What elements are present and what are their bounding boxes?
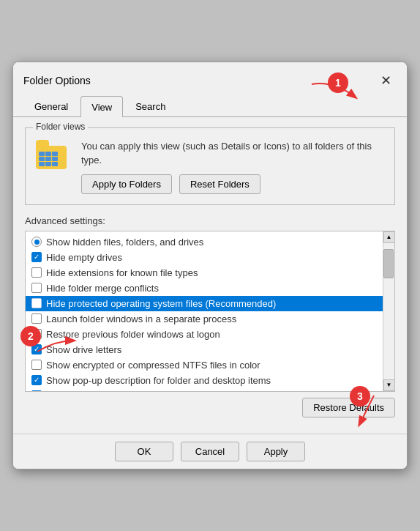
checkbox-show-popup[interactable] <box>31 375 42 385</box>
checkbox-show-drive-letters[interactable] <box>31 344 42 354</box>
grid-cell <box>52 162 58 166</box>
setting-item[interactable]: Hide folder merge conflicts <box>26 281 383 296</box>
setting-text: Show encrypted or compressed NTFS files … <box>46 360 260 371</box>
radio-show-hidden[interactable] <box>31 237 42 247</box>
setting-text: Show pop-up description for folder and d… <box>46 375 271 386</box>
title-bar: Folder Options ✕ <box>13 62 407 92</box>
grid-cell <box>52 157 58 161</box>
tab-bar: General View Search <box>13 92 407 117</box>
tab-view[interactable]: View <box>80 96 123 117</box>
folder-views-group: Folder views <box>25 127 395 204</box>
restore-defaults-button[interactable]: Restore Defaults <box>302 398 395 417</box>
setting-item[interactable]: Show encrypted or compressed NTFS files … <box>26 357 383 373</box>
scrollbar-thumb-area <box>383 243 394 379</box>
folder-views-buttons: Apply to Folders Reset Folders <box>81 174 384 194</box>
setting-item[interactable]: Hide extensions for known file types <box>26 265 383 281</box>
folder-icon-tab <box>36 140 49 146</box>
grid-cell <box>39 157 45 161</box>
checkbox-show-encrypted[interactable] <box>31 360 42 370</box>
restore-defaults-row: Restore Defaults <box>25 398 395 417</box>
folder-views-label: Folder views <box>33 122 88 132</box>
folder-views-text: You can apply this view (such as Details… <box>81 140 384 166</box>
grid-cell <box>45 162 51 166</box>
checkbox-launch-separate[interactable] <box>31 313 42 324</box>
advanced-settings-label: Advanced settings: <box>25 215 395 226</box>
settings-list-wrapper: Show hidden files, folders, and drives H… <box>25 231 395 392</box>
folder-grid <box>39 152 58 166</box>
folder-views-inner: You can apply this view (such as Details… <box>36 140 384 193</box>
ok-button[interactable]: OK <box>115 442 173 461</box>
scrollbar[interactable]: ▲ ▼ <box>383 231 394 391</box>
setting-item[interactable]: Show drive letters <box>26 342 383 357</box>
folder-options-dialog: 1 2 3 Folder Opti <box>12 62 408 469</box>
setting-text: Hide folder merge conflicts <box>46 283 159 294</box>
folder-views-description: You can apply this view (such as Details… <box>81 140 384 193</box>
folder-icon <box>36 140 71 169</box>
tab-content: Folder views <box>13 117 407 433</box>
checkbox-hide-extensions[interactable] <box>31 267 42 278</box>
grid-cell <box>52 152 58 156</box>
setting-item-highlighted[interactable]: Hide protected operating system files (R… <box>26 296 383 311</box>
checkbox-hide-protected[interactable] <box>31 298 42 308</box>
apply-to-folders-button[interactable]: Apply to Folders <box>81 174 172 194</box>
setting-item[interactable]: Show pop-up description for folder and d… <box>26 373 383 388</box>
setting-text: Hide protected operating system files (R… <box>46 298 276 309</box>
checkbox-preview-handlers[interactable] <box>31 390 42 391</box>
grid-cell <box>39 162 45 166</box>
tab-general[interactable]: General <box>23 96 79 116</box>
scrollbar-down[interactable]: ▼ <box>383 379 395 391</box>
setting-item[interactable]: Show preview handlers in preview pane <box>26 388 383 391</box>
cancel-button[interactable]: Cancel <box>181 442 239 461</box>
setting-text: Hide extensions for known file types <box>46 267 198 278</box>
setting-item[interactable]: Restore previous folder windows at logon <box>26 327 383 342</box>
close-button[interactable]: ✕ <box>375 70 397 92</box>
scrollbar-up[interactable]: ▲ <box>383 231 395 243</box>
folder-icon-shape <box>36 146 67 169</box>
grid-cell <box>39 152 45 156</box>
scrollbar-thumb[interactable] <box>383 249 394 278</box>
checkbox-hide-empty-drives[interactable] <box>31 252 42 262</box>
radio-inner <box>34 239 40 245</box>
setting-text: Hide empty drives <box>46 252 122 263</box>
checkbox-restore-windows[interactable] <box>31 329 42 339</box>
footer: OK Cancel Apply <box>13 434 407 469</box>
checkbox-hide-merge[interactable] <box>31 283 42 293</box>
apply-button[interactable]: Apply <box>247 442 305 461</box>
setting-text: Show drive letters <box>46 344 121 355</box>
dialog-title: Folder Options <box>23 75 91 86</box>
setting-text: Restore previous folder windows at logon <box>46 329 220 340</box>
grid-cell <box>45 157 51 161</box>
grid-cell <box>45 152 51 156</box>
setting-item[interactable]: Hide empty drives <box>26 250 383 265</box>
setting-item[interactable]: Launch folder windows in a separate proc… <box>26 311 383 327</box>
tab-search[interactable]: Search <box>124 96 176 116</box>
settings-list[interactable]: Show hidden files, folders, and drives H… <box>26 231 383 391</box>
setting-item[interactable]: Show hidden files, folders, and drives <box>26 234 383 250</box>
setting-text: Show hidden files, folders, and drives <box>46 237 203 248</box>
setting-text: Show preview handlers in preview pane <box>46 390 214 391</box>
reset-folders-button[interactable]: Reset Folders <box>179 174 260 194</box>
setting-text: Launch folder windows in a separate proc… <box>46 313 236 324</box>
